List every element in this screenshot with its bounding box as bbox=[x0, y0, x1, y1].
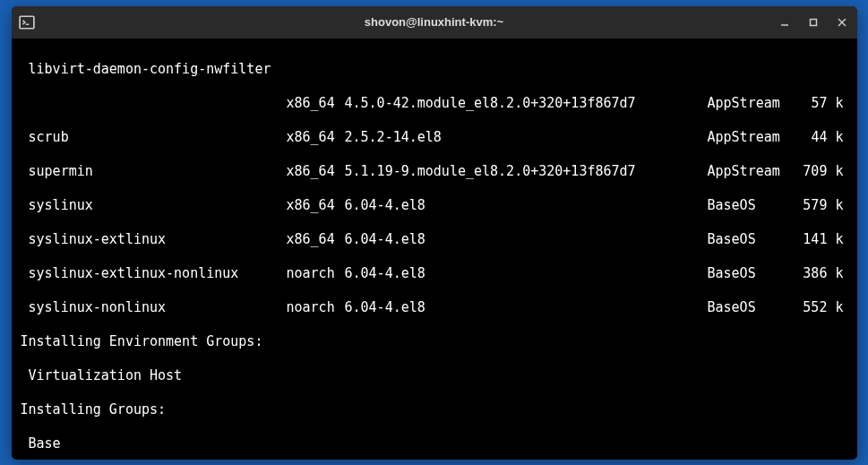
terminal-icon bbox=[19, 14, 35, 30]
svg-rect-2 bbox=[810, 19, 816, 25]
pkg-size: 57 k bbox=[795, 95, 844, 112]
package-row: syslinux-nonlinuxnoarch6.04-4.el8BaseOS5… bbox=[21, 299, 848, 316]
pkg-name: syslinux bbox=[21, 197, 287, 214]
pkg-name: supermin bbox=[21, 163, 287, 180]
titlebar-left bbox=[19, 14, 35, 30]
minimize-button[interactable] bbox=[777, 14, 793, 30]
pkg-repo: AppStream bbox=[708, 129, 795, 146]
pkg-version bbox=[345, 61, 708, 78]
terminal-line: Base bbox=[21, 435, 848, 452]
terminal-line: Installing Groups: bbox=[21, 401, 848, 418]
pkg-version: 6.04-4.el8 bbox=[345, 231, 708, 248]
pkg-name: syslinux-extlinux bbox=[21, 231, 287, 248]
pkg-repo: BaseOS bbox=[708, 265, 795, 282]
pkg-version: 6.04-4.el8 bbox=[345, 265, 708, 282]
package-row: superminx86_645.1.19-9.module_el8.2.0+32… bbox=[21, 163, 848, 180]
pkg-name: libvirt-daemon-config-nwfilter bbox=[21, 61, 287, 78]
pkg-name: syslinux-nonlinux bbox=[21, 299, 287, 316]
window-title: shovon@linuxhint-kvm:~ bbox=[12, 15, 857, 29]
close-button[interactable] bbox=[834, 14, 850, 30]
pkg-size: 44 k bbox=[795, 129, 844, 146]
terminal-body[interactable]: libvirt-daemon-config-nwfilter x86_644.5… bbox=[12, 39, 857, 460]
pkg-version: 4.5.0-42.module_el8.2.0+320+13f867d7 bbox=[345, 95, 708, 112]
pkg-arch: x86_64 bbox=[287, 129, 345, 146]
terminal-window: shovon@linuxhint-kvm:~ libvirt-daemon-co… bbox=[12, 6, 857, 460]
pkg-name: scrub bbox=[21, 129, 287, 146]
package-row: syslinux-extlinuxx86_646.04-4.el8BaseOS1… bbox=[21, 231, 848, 248]
pkg-arch: x86_64 bbox=[287, 197, 345, 214]
package-row: scrubx86_642.5.2-14.el8AppStream44 k bbox=[21, 129, 848, 146]
pkg-name bbox=[21, 95, 287, 112]
pkg-arch: x86_64 bbox=[287, 163, 345, 180]
window-controls bbox=[777, 14, 850, 30]
pkg-version: 6.04-4.el8 bbox=[345, 299, 708, 316]
pkg-arch: x86_64 bbox=[287, 231, 345, 248]
pkg-name: syslinux-extlinux-nonlinux bbox=[21, 265, 287, 282]
pkg-size: 141 k bbox=[795, 231, 844, 248]
package-row: x86_644.5.0-42.module_el8.2.0+320+13f867… bbox=[21, 95, 848, 112]
pkg-size: 386 k bbox=[795, 265, 844, 282]
terminal-line: Virtualization Host bbox=[21, 367, 848, 384]
pkg-version: 2.5.2-14.el8 bbox=[345, 129, 708, 146]
pkg-arch bbox=[287, 61, 345, 78]
pkg-repo: AppStream bbox=[708, 163, 795, 180]
pkg-size: 579 k bbox=[795, 197, 844, 214]
pkg-version: 6.04-4.el8 bbox=[345, 197, 708, 214]
pkg-arch: x86_64 bbox=[287, 95, 345, 112]
pkg-repo: BaseOS bbox=[708, 299, 795, 316]
pkg-size bbox=[795, 61, 844, 78]
pkg-repo bbox=[708, 61, 795, 78]
terminal-line: Installing Environment Groups: bbox=[21, 333, 848, 350]
pkg-size: 709 k bbox=[795, 163, 844, 180]
maximize-button[interactable] bbox=[805, 14, 821, 30]
pkg-repo: AppStream bbox=[708, 95, 795, 112]
pkg-version: 5.1.19-9.module_el8.2.0+320+13f867d7 bbox=[345, 163, 708, 180]
package-row: syslinux-extlinux-nonlinuxnoarch6.04-4.e… bbox=[21, 265, 848, 282]
pkg-repo: BaseOS bbox=[708, 231, 795, 248]
pkg-arch: noarch bbox=[287, 265, 345, 282]
pkg-arch: noarch bbox=[287, 299, 345, 316]
package-row: syslinuxx86_646.04-4.el8BaseOS579 k bbox=[21, 197, 848, 214]
package-row: libvirt-daemon-config-nwfilter bbox=[21, 61, 848, 78]
pkg-repo: BaseOS bbox=[708, 197, 795, 214]
titlebar[interactable]: shovon@linuxhint-kvm:~ bbox=[12, 6, 857, 39]
svg-rect-0 bbox=[20, 16, 34, 29]
pkg-size: 552 k bbox=[795, 299, 844, 316]
